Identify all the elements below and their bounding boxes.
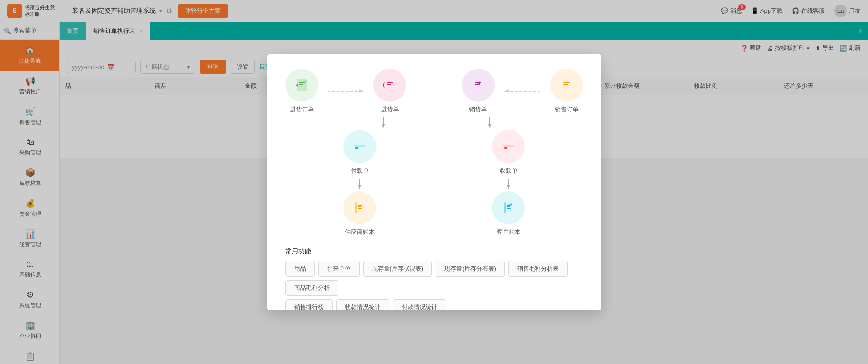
flow-node-purchase-bill[interactable]: 进货单 <box>373 69 406 114</box>
svg-rect-9 <box>387 87 392 87</box>
func-btn-stock-dist[interactable]: 现存量(库存分布表) <box>436 261 505 277</box>
svg-marker-23 <box>382 124 385 128</box>
svg-marker-17 <box>504 89 509 93</box>
svg-marker-33 <box>358 185 361 190</box>
arrow-so-to-sb <box>495 87 550 95</box>
arrow-po-to-pb <box>318 87 374 95</box>
svg-rect-30 <box>503 145 514 147</box>
func-buttons: 商品 往来单位 现存量(库存状况表) 现存量(库存分布表) 销售毛利分析表 商品… <box>285 261 583 296</box>
svg-rect-3 <box>299 87 304 87</box>
svg-marker-25 <box>488 124 491 128</box>
supplier-ledger-label: 供应商账本 <box>345 228 375 236</box>
receipt-label: 收款单 <box>500 167 518 175</box>
payment-icon <box>343 130 376 163</box>
sales-order-icon <box>550 69 583 102</box>
customer-ledger-label: 客户账本 <box>497 228 520 236</box>
svg-rect-28 <box>355 147 358 149</box>
flow-diagram: 进货订单 <box>285 69 583 236</box>
modal-box: 进货订单 <box>267 54 601 310</box>
svg-rect-37 <box>355 202 357 213</box>
flow-node-customer-ledger[interactable]: 客户账本 <box>492 191 525 236</box>
svg-rect-27 <box>354 145 365 147</box>
func-btn-sales-rank[interactable]: 销售排行榜 <box>285 299 333 310</box>
svg-marker-5 <box>359 89 364 93</box>
svg-rect-20 <box>563 84 568 85</box>
purchase-bill-icon <box>373 69 406 102</box>
svg-rect-2 <box>299 84 303 85</box>
svg-rect-13 <box>475 87 480 87</box>
flow-node-sales-order[interactable]: 销售订单 <box>550 69 583 114</box>
supplier-ledger-icon <box>343 191 376 224</box>
customer-ledger-icon <box>492 191 525 224</box>
svg-rect-44 <box>507 206 510 207</box>
modal-overlay: 进货订单 <box>0 0 868 364</box>
svg-rect-31 <box>504 147 507 149</box>
func-btn-product[interactable]: 商品 <box>285 261 315 277</box>
flow-node-sales-bill[interactable]: 销货单 <box>462 69 495 114</box>
svg-marker-35 <box>507 185 510 190</box>
func-btn-stock-status[interactable]: 现存量(库存状况表) <box>363 261 432 277</box>
svg-rect-12 <box>475 84 480 85</box>
func-btn-product-profit[interactable]: 商品毛利分析 <box>285 280 338 296</box>
sales-bill-label: 销货单 <box>469 105 487 114</box>
purchase-order-label: 进货订单 <box>290 105 314 114</box>
func-btn-sales-profit[interactable]: 销售毛利分析表 <box>508 261 568 277</box>
flow-node-payment[interactable]: 付款单 <box>343 130 376 175</box>
svg-rect-42 <box>504 202 506 213</box>
flow-node-purchase-order[interactable]: 进货订单 <box>285 69 318 114</box>
svg-rect-1 <box>299 82 305 83</box>
func-btn-receipt-stats[interactable]: 收款情况统计 <box>336 299 389 310</box>
svg-rect-39 <box>358 206 361 207</box>
modal-body: 进货订单 <box>267 54 601 310</box>
payment-label: 付款单 <box>351 167 369 175</box>
svg-rect-40 <box>358 208 362 209</box>
sales-bill-icon <box>462 69 495 102</box>
func-buttons-row2: 销售排行榜 收款情况统计 付款情况统计 <box>285 299 583 310</box>
common-func-title: 常用功能 <box>285 247 583 255</box>
receipt-icon <box>492 130 525 163</box>
purchase-order-icon <box>285 69 318 102</box>
purchase-bill-label: 进货单 <box>381 105 399 114</box>
svg-rect-45 <box>507 208 511 209</box>
svg-rect-38 <box>358 205 362 206</box>
func-btn-payment-stats[interactable]: 付款情况统计 <box>393 299 446 310</box>
svg-rect-8 <box>387 84 391 85</box>
svg-rect-19 <box>563 82 570 83</box>
flow-node-receipt[interactable]: 收款单 <box>492 130 525 175</box>
svg-rect-7 <box>387 82 393 83</box>
common-functions: 常用功能 商品 往来单位 现存量(库存状况表) 现存量(库存分布表) 销售毛利分… <box>285 247 583 310</box>
flow-node-supplier-ledger[interactable]: 供应商账本 <box>343 191 376 236</box>
func-btn-counterparty[interactable]: 往来单位 <box>318 261 360 277</box>
sales-order-label: 销售订单 <box>555 105 579 114</box>
svg-rect-21 <box>563 87 569 87</box>
